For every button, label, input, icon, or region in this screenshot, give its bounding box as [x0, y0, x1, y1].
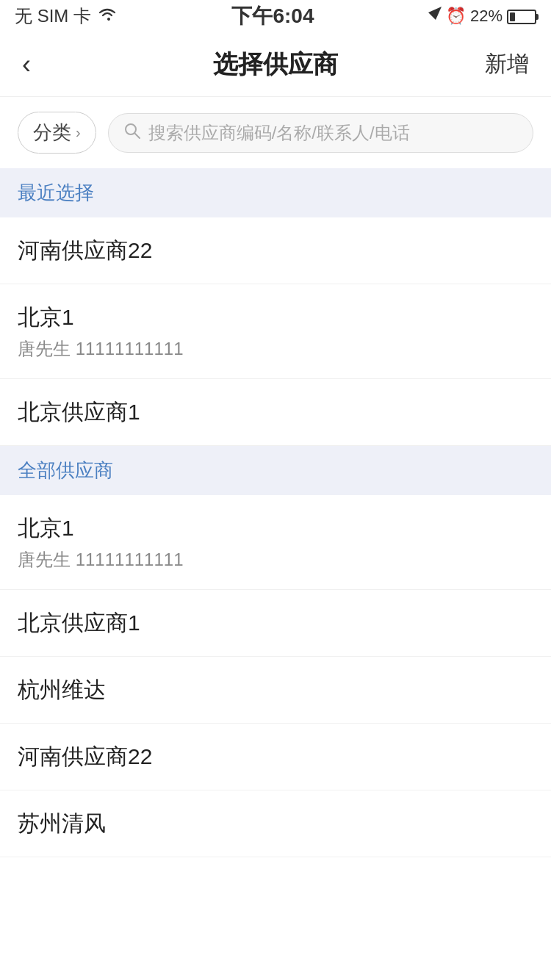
- back-button[interactable]: ‹: [22, 49, 66, 80]
- recent-list: 河南供应商22 北京1 唐先生 11111111111 北京供应商1: [0, 217, 551, 446]
- filter-bar: 分类 › 搜索供应商编码/名称/联系人/电话: [0, 97, 551, 168]
- battery-icon: [507, 7, 536, 26]
- search-icon: [123, 122, 141, 144]
- item-name: 北京1: [18, 302, 533, 333]
- all-section-header: 全部供应商: [0, 446, 551, 495]
- category-label: 分类: [33, 120, 71, 145]
- svg-line-2: [134, 133, 140, 138]
- list-item[interactable]: 杭州维达: [0, 657, 551, 724]
- chevron-right-icon: ›: [76, 124, 81, 141]
- sim-status: 无 SIM 卡: [15, 4, 91, 28]
- status-left: 无 SIM 卡: [15, 4, 118, 28]
- item-name: 北京1: [18, 513, 533, 544]
- page-title: 选择供应商: [213, 48, 338, 82]
- item-name: 苏州清风: [18, 808, 533, 839]
- item-name: 北京供应商1: [18, 397, 533, 428]
- alarm-icon: ⏰: [446, 7, 466, 26]
- list-item[interactable]: 北京供应商1: [0, 379, 551, 446]
- item-sub: 唐先生 11111111111: [18, 548, 533, 572]
- location-icon: [428, 7, 442, 26]
- list-item[interactable]: 苏州清风: [0, 790, 551, 857]
- wifi-icon: [97, 6, 118, 26]
- all-list: 北京1 唐先生 11111111111 北京供应商1 杭州维达 河南供应商22 …: [0, 495, 551, 857]
- item-name: 北京供应商1: [18, 608, 533, 638]
- list-item[interactable]: 北京1 唐先生 11111111111: [0, 284, 551, 379]
- list-item[interactable]: 河南供应商22: [0, 217, 551, 284]
- category-filter[interactable]: 分类 ›: [18, 112, 96, 154]
- list-item[interactable]: 河南供应商22: [0, 724, 551, 790]
- svg-marker-0: [428, 7, 442, 20]
- list-item[interactable]: 北京供应商1: [0, 590, 551, 657]
- battery-percent: 22%: [470, 7, 503, 26]
- item-sub: 唐先生 11111111111: [18, 337, 533, 361]
- item-name: 河南供应商22: [18, 741, 533, 772]
- list-item[interactable]: 北京1 唐先生 11111111111: [0, 495, 551, 590]
- item-name: 河南供应商22: [18, 235, 533, 266]
- status-right: ⏰ 22%: [428, 7, 536, 26]
- status-bar: 无 SIM 卡 下午6:04 ⏰ 22%: [0, 0, 551, 32]
- add-button[interactable]: 新增: [485, 49, 529, 79]
- status-time: 下午6:04: [231, 2, 314, 30]
- search-input-box[interactable]: 搜索供应商编码/名称/联系人/电话: [108, 113, 533, 153]
- item-name: 杭州维达: [18, 674, 533, 705]
- recent-section-header: 最近选择: [0, 168, 551, 217]
- search-placeholder: 搜索供应商编码/名称/联系人/电话: [148, 121, 410, 145]
- nav-bar: ‹ 选择供应商 新增: [0, 32, 551, 97]
